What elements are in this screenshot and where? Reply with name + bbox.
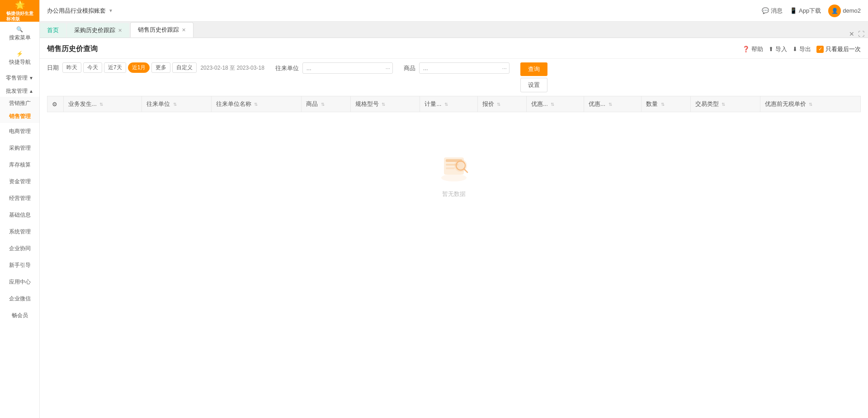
goods-input-more-icon[interactable]: ··· [502, 65, 507, 71]
shortcut-icon: ⚡ [16, 51, 23, 57]
sidebar-item-inventory-label: 库存核算 [9, 161, 31, 169]
sidebar-item-retail[interactable]: 零售管理 [0, 71, 39, 84]
sidebar-item-member[interactable]: 畅会员 [0, 307, 39, 324]
col-trade-type[interactable]: 交易类型 ⇅ [690, 96, 760, 112]
col-pretax-price[interactable]: 优惠前无税单价 ⇅ [760, 96, 860, 112]
date-btn-last7days[interactable]: 近7天 [104, 62, 126, 73]
goods-filter-group: 商品 ··· [404, 62, 509, 74]
sidebar-item-ecommerce[interactable]: 电商管理 [0, 123, 39, 140]
topbar-app-download-action[interactable]: 📱 App下载 [790, 7, 821, 15]
tab-sales-history-close[interactable]: ✕ [182, 27, 186, 33]
date-btn-custom[interactable]: 自定义 [172, 62, 197, 73]
tab-purchase-history-close[interactable]: ✕ [118, 28, 122, 33]
col-unit[interactable]: 计量... ⇅ [420, 96, 477, 112]
sidebar-item-member-label: 畅会员 [12, 312, 28, 319]
date-btn-last1month[interactable]: 近1月 [128, 62, 150, 73]
sidebar-logo: 🌟 畅捷信好生意标准版 [0, 0, 39, 22]
sidebar-item-sales[interactable]: 销售管理 [0, 110, 39, 123]
sort-icon-7: ⇅ [497, 102, 500, 107]
sidebar-item-shortcut-label: 快捷导航 [9, 58, 31, 66]
sidebar-item-guide-label: 新手引导 [9, 261, 31, 269]
tab-home[interactable]: 首页 [40, 23, 66, 38]
maximize-window-btn[interactable]: ⛶ [858, 30, 864, 38]
search-button[interactable]: 查询 [520, 62, 547, 76]
col-business-date[interactable]: 业务发生... ⇅ [64, 96, 142, 112]
col-spec[interactable]: 规格型号 ⇅ [350, 96, 420, 112]
col-discount1[interactable]: 优惠... ⇅ [526, 96, 584, 112]
logo-text: 畅捷信好生意标准版 [6, 11, 33, 22]
help-action[interactable]: ❓ 帮助 [742, 45, 763, 53]
date-label: 日期 [47, 64, 59, 72]
col-partner-name[interactable]: 往来单位名称 ⇅ [211, 96, 302, 112]
col-partner-name-label: 往来单位名称 [216, 100, 251, 107]
close-window-btn[interactable]: ✕ [849, 30, 854, 38]
partner-input[interactable] [302, 62, 393, 74]
sidebar-item-finance-label: 资金管理 [9, 178, 31, 185]
sidebar: 🌟 畅捷信好生意标准版 🔍 搜索菜单 ⚡ 快捷导航 零售管理 批发管理 营销推广… [0, 0, 40, 418]
topbar-message-action[interactable]: 💬 消息 [762, 7, 783, 15]
col-discount2[interactable]: 优惠... ⇅ [584, 96, 642, 112]
goods-input[interactable] [419, 62, 509, 74]
sort-icon-4: ⇅ [321, 102, 325, 107]
download-icon: 📱 [790, 7, 797, 14]
sidebar-item-operations[interactable]: 经营管理 [0, 190, 39, 207]
col-quantity-label: 数量 [646, 100, 658, 107]
tab-sales-history[interactable]: 销售历史价跟踪 ✕ [130, 22, 193, 38]
sidebar-item-inventory[interactable]: 库存核算 [0, 157, 39, 173]
col-quoted-price[interactable]: 报价 ⇅ [477, 96, 526, 112]
col-goods[interactable]: 商品 ⇅ [302, 96, 350, 112]
topbar-dropdown-icon[interactable]: ▼ [108, 8, 113, 13]
sort-icon-3: ⇅ [254, 102, 258, 107]
table-header: ⚙ 业务发生... ⇅ 往来单位 ⇅ 往来单位名称 ⇅ [47, 96, 861, 112]
partner-label: 往来单位 [275, 64, 299, 72]
sidebar-item-wechat[interactable]: 企业微信 [0, 290, 39, 307]
col-settings[interactable]: ⚙ [47, 96, 64, 112]
export-action[interactable]: ⬇ 导出 [793, 45, 811, 53]
sidebar-item-system[interactable]: 系统管理 [0, 223, 39, 240]
sort-icon-1: ⇅ [99, 102, 103, 107]
date-btn-yesterday[interactable]: 昨天 [62, 62, 81, 73]
tab-purchase-history-label: 采购历史价跟踪 [74, 26, 115, 34]
date-btn-today[interactable]: 今天 [83, 62, 102, 73]
tab-purchase-history[interactable]: 采购历史价跟踪 ✕ [67, 23, 129, 38]
sidebar-item-purchase-label: 采购管理 [9, 144, 31, 152]
date-filter-group: 日期 昨天 今天 近7天 近1月 更多 自定义 2023-02-18 至 202… [47, 62, 264, 73]
partner-input-wrap: ··· [302, 62, 393, 74]
topbar-user-action[interactable]: 👤 demo2 [828, 5, 861, 17]
sidebar-item-ecommerce-label: 电商管理 [9, 128, 31, 135]
col-business-date-label: 业务发生... [68, 100, 97, 107]
col-discount2-label: 优惠... [589, 100, 605, 107]
sort-icon-10: ⇅ [661, 102, 665, 107]
sidebar-item-search[interactable]: 🔍 搜索菜单 [0, 22, 39, 46]
sidebar-item-purchase[interactable]: 采购管理 [0, 140, 39, 157]
sidebar-item-guide[interactable]: 新手引导 [0, 257, 39, 274]
col-partner-code[interactable]: 往来单位 ⇅ [142, 96, 211, 112]
sort-icon-2: ⇅ [173, 102, 177, 107]
wholesale-label: 批发管理 [6, 87, 28, 95]
page-header: 销售历史价查询 ❓ 帮助 ⬆ 导入 ⬇ 导出 ✓ 只看最后一次 [40, 38, 868, 59]
sidebar-item-shortcut[interactable]: ⚡ 快捷导航 [0, 46, 39, 71]
settings-button[interactable]: 设置 [520, 78, 547, 92]
topbar-title-text: 办公用品行业模拟账套 [47, 7, 106, 15]
date-range-text: 2023-02-18 至 2023-03-18 [200, 64, 264, 72]
avatar: 👤 [828, 5, 841, 17]
sidebar-item-enterprise[interactable]: 企业协同 [0, 240, 39, 257]
import-action[interactable]: ⬆ 导入 [769, 45, 787, 53]
empty-state-text: 暂无数据 [442, 190, 466, 198]
sort-icon-11: ⇅ [722, 102, 725, 107]
col-goods-label: 商品 [306, 100, 318, 107]
sidebar-item-base[interactable]: 基础信息 [0, 207, 39, 223]
topbar-title: 办公用品行业模拟账套 ▼ [47, 7, 756, 15]
sidebar-item-finance[interactable]: 资金管理 [0, 173, 39, 190]
user-label: demo2 [843, 7, 861, 14]
partner-input-more-icon[interactable]: ··· [386, 65, 390, 71]
sidebar-item-operations-label: 经营管理 [9, 195, 31, 202]
col-discount1-label: 优惠... [531, 100, 548, 107]
only-last-checkbox[interactable]: ✓ 只看最后一次 [816, 45, 861, 53]
col-quoted-price-label: 报价 [482, 100, 494, 107]
col-quantity[interactable]: 数量 ⇅ [642, 96, 690, 112]
date-btn-more[interactable]: 更多 [151, 62, 170, 73]
sidebar-item-wholesale[interactable]: 批发管理 [0, 84, 39, 97]
sidebar-item-marketing[interactable]: 营销推广 [0, 97, 39, 110]
sidebar-item-apps[interactable]: 应用中心 [0, 274, 39, 290]
